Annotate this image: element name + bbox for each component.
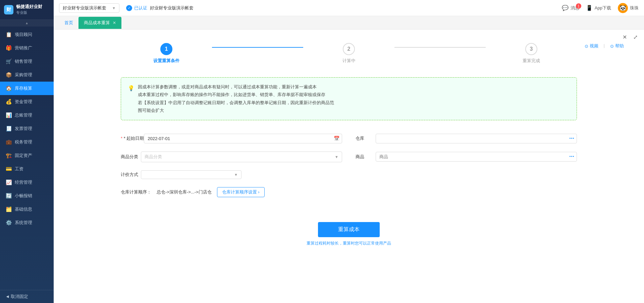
- warehouse-order-value: 总仓->深圳仓库->...->门店仓: [157, 189, 212, 195]
- yingxiao-icon: 🎁: [5, 45, 12, 51]
- verified-text: 已认证: [134, 5, 147, 11]
- sidebar: 财 畅捷通好业财 专业版 ▲ 📋 项目顾问 🎁 营销推广 🛒 销售管理 📦 采购…: [0, 0, 54, 303]
- user-name: 珠珠: [630, 5, 639, 11]
- scroll-up-indicator[interactable]: ▲: [0, 20, 54, 27]
- goods-label: 商品: [356, 154, 376, 160]
- sidebar-item-label: 采购管理: [15, 72, 32, 78]
- category-select[interactable]: 商品分类 ▼: [141, 152, 342, 162]
- topbar: 好业财专业版演示帐套 ▼ ✓ 已认证 好业财专业版演示帐套 💬 消息 1 📱 A…: [54, 0, 644, 16]
- stepper-line-2-3: [394, 47, 486, 48]
- warehouse-input[interactable]: [376, 134, 577, 143]
- pricing-select[interactable]: ▼: [141, 170, 241, 179]
- goods-more-icon[interactable]: ···: [569, 153, 574, 160]
- sidebar-item-fapiao[interactable]: 🧾 发票管理: [0, 122, 54, 135]
- start-date-label: * * 起始日期: [121, 135, 144, 141]
- topbar-left: 好业财专业版演示帐套 ▼ ✓ 已认证 好业财专业版演示帐套: [59, 3, 562, 13]
- shield-icon: ✓: [126, 5, 132, 11]
- warehouse-label: 仓库: [356, 135, 376, 141]
- notice-line-2: 成本重算过程中，影响库存账的操作均不能操作，比如进货单、销货单、库存单据不能审核…: [138, 91, 334, 98]
- tab-home[interactable]: 首页: [59, 17, 78, 29]
- warehouse-order-settings-btn[interactable]: 仓库计算顺序设置 ›: [217, 187, 265, 197]
- sidebar-item-gudingzichan[interactable]: 🏗️ 固定资产: [0, 149, 54, 162]
- mobile-icon: 📱: [586, 5, 593, 11]
- jichu-icon: 🗂️: [5, 206, 12, 213]
- app-download-label: App下载: [595, 5, 611, 11]
- sidebar-item-zijin[interactable]: 💰 资金管理: [0, 95, 54, 109]
- stepper-step-2: 2 计算中: [303, 43, 394, 64]
- sidebar-item-xiaoshou[interactable]: 🛒 销售管理: [0, 55, 54, 68]
- expand-window-btn[interactable]: ⤢: [632, 34, 639, 40]
- sidebar-unpin-btn[interactable]: ◄ 取消固定: [0, 290, 54, 303]
- sidebar-logo: 财 畅捷通好业财 专业版: [0, 0, 54, 20]
- notice-icon: 💡: [128, 84, 135, 115]
- zongzhang-icon: 📊: [5, 112, 12, 119]
- message-icon: 💬: [562, 5, 569, 11]
- stepper-circle-1: 1: [160, 43, 172, 55]
- sidebar-nav: 📋 项目顾问 🎁 营销推广 🛒 销售管理 📦 采购管理 🏠 库存核算 💰 资金管…: [0, 27, 54, 290]
- account-name: 好业财专业版演示帐套: [63, 5, 106, 11]
- pricing-label: 计价方式: [121, 172, 141, 178]
- recalculate-btn[interactable]: 重算成本: [318, 222, 380, 237]
- chevron-down-icon: ▼: [335, 155, 338, 159]
- warehouse-order-label: 仓库计算顺序：: [121, 189, 151, 195]
- start-date-field: * * 起始日期 📅: [121, 134, 342, 143]
- calendar-icon[interactable]: 📅: [334, 136, 339, 141]
- tab-close-icon[interactable]: ✕: [113, 20, 116, 25]
- sidebar-item-shuiwu[interactable]: 💼 税务管理: [0, 135, 54, 149]
- user-menu[interactable]: 🐼 珠珠: [618, 3, 639, 13]
- logo-icon: 财: [4, 5, 13, 14]
- zijin-icon: 💰: [5, 98, 12, 105]
- sidebar-item-label: 经营管理: [15, 179, 32, 185]
- sidebar-item-label: 发票管理: [15, 126, 32, 132]
- goods-input[interactable]: [376, 152, 577, 162]
- form-row-3: 计价方式 ▼: [121, 170, 577, 179]
- jingying-icon: 📈: [5, 179, 12, 186]
- sidebar-item-xiaochang[interactable]: 🔄 小畅报销: [0, 189, 54, 203]
- sidebar-item-jingying[interactable]: 📈 经营管理: [0, 176, 54, 189]
- sidebar-item-caigou[interactable]: 📦 采购管理: [0, 68, 54, 82]
- tabbar: 首页 商品成本重算 ✕: [54, 16, 644, 30]
- verified-account-name: 好业财专业版演示帐套: [150, 5, 194, 11]
- sidebar-item-label: 工资: [15, 166, 23, 172]
- sidebar-item-zongzhang[interactable]: 📊 总账管理: [0, 109, 54, 122]
- sidebar-item-kucun[interactable]: 🏠 库存核算: [0, 82, 54, 95]
- goods-field: 商品 ···: [356, 152, 577, 162]
- gudingzichan-icon: 🏗️: [5, 152, 12, 159]
- topbar-right: 💬 消息 1 📱 App下载 🐼 珠珠: [562, 3, 639, 13]
- sidebar-item-label: 资金管理: [15, 99, 32, 105]
- sidebar-item-label: 营销推广: [15, 45, 32, 51]
- caigou-icon: 📦: [5, 72, 12, 78]
- sidebar-item-label: 库存核算: [15, 85, 32, 91]
- sidebar-item-xitong[interactable]: ⚙️ 系统管理: [0, 216, 54, 229]
- sidebar-item-label: 基础信息: [15, 206, 32, 212]
- app-download-btn[interactable]: 📱 App下载: [586, 5, 611, 11]
- account-selector[interactable]: 好业财专业版演示帐套 ▼: [59, 3, 119, 13]
- sidebar-item-jichu[interactable]: 🗂️ 基础信息: [0, 203, 54, 216]
- tab-recalculate[interactable]: 商品成本重算 ✕: [78, 17, 121, 29]
- category-placeholder: 商品分类: [145, 154, 162, 160]
- message-btn[interactable]: 💬 消息 1: [562, 5, 579, 11]
- close-window-btn[interactable]: ✕: [621, 34, 628, 40]
- xitong-icon: ⚙️: [5, 219, 12, 226]
- sidebar-item-gongzi[interactable]: 💳 工资: [0, 162, 54, 176]
- stepper: 1 设置重算条件 2 计算中 3 重算完成: [54, 30, 644, 71]
- window-controls: ✕ ⤢: [621, 34, 639, 40]
- category-label: 商品分类: [121, 154, 141, 160]
- warehouse-order-row: 仓库计算顺序： 总仓->深圳仓库->...->门店仓 仓库计算顺序设置 ›: [121, 187, 577, 197]
- sidebar-item-label: 系统管理: [15, 220, 32, 226]
- pricing-field: 计价方式 ▼: [121, 170, 342, 179]
- fapiao-icon: 🧾: [5, 125, 12, 132]
- warehouse-more-icon[interactable]: ···: [569, 135, 574, 142]
- goods-input-wrap: ···: [376, 152, 577, 162]
- page-content: ✕ ⤢ ⊙ 视频 | ⊙ 帮助 1 设置重算条件: [54, 30, 644, 303]
- main-area: 好业财专业版演示帐套 ▼ ✓ 已认证 好业财专业版演示帐套 💬 消息 1 📱 A…: [54, 0, 644, 303]
- action-center: 重算成本 重算过程耗时较长，重算时您可以正常使用产品: [54, 215, 644, 256]
- warehouse-field: 仓库 ···: [356, 134, 577, 143]
- start-date-input[interactable]: [144, 134, 342, 143]
- notice-line-1: 因成本计算参数调整，或是对商品成本有疑问时，可以通过成本重算功能，重新计算一遍成…: [138, 83, 334, 91]
- sidebar-item-xiangmu[interactable]: 📋 项目顾问: [0, 28, 54, 41]
- sidebar-item-yingxiao[interactable]: 🎁 营销推广: [0, 41, 54, 55]
- chevron-down-icon: ▼: [234, 173, 238, 177]
- stepper-step-1: 1 设置重算条件: [121, 43, 212, 64]
- stepper-line-1-2: [212, 47, 303, 48]
